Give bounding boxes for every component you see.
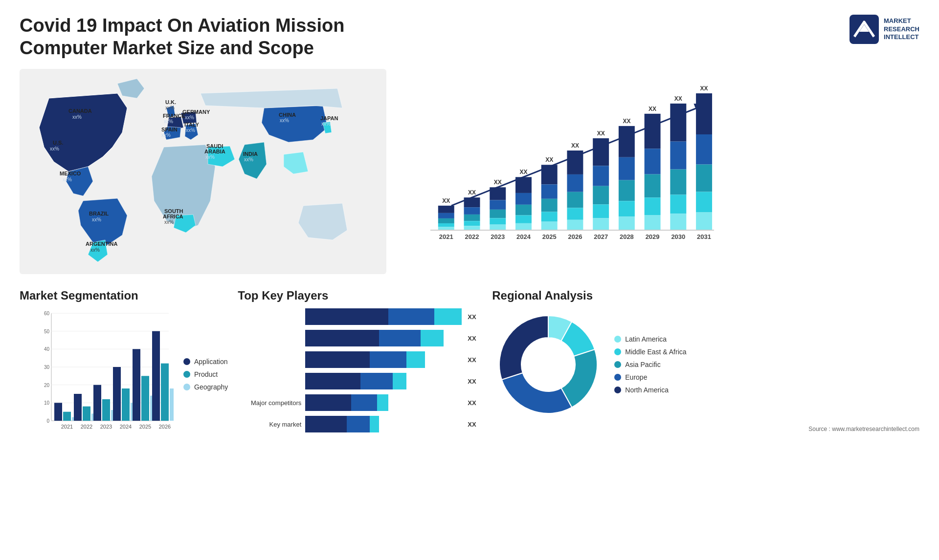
svg-rect-87 [619, 201, 635, 217]
player-bar-inner [305, 308, 464, 325]
svg-text:xx%: xx% [165, 105, 175, 110]
svg-rect-94 [645, 197, 661, 215]
svg-rect-59 [515, 215, 532, 223]
svg-text:60: 60 [44, 311, 50, 316]
svg-text:U.K.: U.K. [165, 99, 176, 105]
svg-rect-92 [645, 149, 661, 174]
page-title: Covid 19 Impact On Aviation Mission Comp… [20, 15, 362, 59]
svg-rect-77 [593, 138, 609, 166]
svg-rect-98 [670, 104, 686, 142]
svg-text:xx%: xx% [164, 119, 173, 124]
player-row: XX [238, 330, 482, 346]
player-segment [360, 373, 393, 389]
logo-container: MARKET RESEARCH INTELLECT [850, 15, 919, 44]
svg-rect-50 [490, 200, 506, 210]
player-segment [305, 416, 347, 432]
player-bar-wrap [305, 330, 464, 346]
svg-text:2026: 2026 [159, 424, 171, 430]
player-segment [351, 394, 377, 411]
regional-legend-label: Middle East & Africa [625, 348, 686, 356]
svg-text:0: 0 [46, 418, 49, 424]
top-section: CANADA xx% U.S. xx% MEXICO xx% BRAZIL xx… [20, 69, 919, 274]
player-segment [406, 351, 425, 368]
svg-rect-71 [567, 174, 583, 192]
player-segment [370, 416, 379, 432]
regional-legend-dot [614, 348, 621, 355]
svg-text:2028: 2028 [620, 233, 634, 240]
svg-text:MEXICO: MEXICO [60, 171, 81, 176]
legend-dot [183, 371, 190, 378]
regional-legend-label: Europe [625, 373, 647, 381]
legend-dot [183, 384, 190, 390]
regional-container: Regional Analysis Latin AmericaMiddle Ea… [492, 289, 919, 437]
svg-text:xx%: xx% [161, 132, 171, 138]
svg-rect-53 [490, 225, 506, 230]
regional-title: Regional Analysis [492, 289, 919, 302]
player-segment [370, 351, 406, 368]
logo-text: MARKET RESEARCH INTELLECT [884, 17, 919, 42]
regional-legend-item: North America [614, 386, 686, 394]
svg-rect-78 [593, 166, 609, 186]
svg-rect-84 [619, 126, 635, 157]
segmentation-container: Market Segmentation 60504030201002021202… [20, 289, 228, 437]
svg-rect-137 [93, 385, 101, 421]
svg-text:XX: XX [571, 142, 579, 149]
regional-legend-item: Middle East & Africa [614, 348, 686, 356]
svg-text:xx%: xx% [280, 118, 289, 123]
bottom-section: Market Segmentation 60504030201002021202… [20, 289, 919, 437]
player-segment [393, 373, 406, 389]
svg-rect-109 [696, 213, 712, 230]
legend-item: Geography [183, 383, 228, 391]
svg-text:XX: XX [674, 95, 682, 102]
legend-label: Geography [194, 383, 228, 391]
svg-rect-80 [593, 205, 609, 218]
svg-rect-150 [161, 364, 169, 421]
svg-text:2023: 2023 [491, 233, 505, 240]
players-title: Top Key Players [238, 289, 482, 302]
svg-text:2021: 2021 [61, 424, 73, 430]
svg-rect-86 [619, 180, 635, 201]
legend-label: Product [194, 370, 218, 378]
svg-rect-51 [490, 210, 506, 218]
svg-text:ITALY: ITALY [184, 122, 200, 128]
svg-rect-93 [645, 174, 661, 198]
player-segment [388, 308, 434, 325]
player-bar-wrap [305, 308, 464, 325]
player-value: XX [468, 313, 482, 321]
svg-text:ARABIA: ARABIA [204, 149, 225, 154]
svg-text:20: 20 [44, 383, 50, 388]
player-value: XX [468, 356, 482, 364]
page-wrapper: Covid 19 Impact On Aviation Mission Comp… [0, 0, 939, 560]
svg-rect-36 [438, 213, 454, 218]
svg-text:CANADA: CANADA [68, 108, 92, 114]
svg-rect-79 [593, 186, 609, 205]
seg-legend: ApplicationProductGeography [183, 353, 228, 391]
svg-text:FRANCE: FRANCE [163, 113, 185, 119]
svg-rect-102 [670, 214, 686, 231]
svg-text:xx%: xx% [72, 114, 82, 120]
svg-rect-91 [645, 114, 661, 149]
svg-rect-37 [438, 218, 454, 223]
map-container: CANADA xx% U.S. xx% MEXICO xx% BRAZIL xx… [20, 69, 386, 274]
svg-text:xx%: xx% [185, 115, 194, 120]
regional-legend-dot [614, 336, 621, 343]
svg-text:xx%: xx% [244, 157, 253, 162]
svg-text:AFRICA: AFRICA [163, 214, 183, 219]
player-bar-inner [305, 373, 464, 389]
regional-legend-dot [614, 374, 621, 381]
svg-rect-72 [567, 192, 583, 208]
regional-legend-item: Asia Pacific [614, 361, 686, 368]
svg-text:XX: XX [442, 197, 450, 204]
legend-item: Product [183, 370, 228, 378]
svg-rect-43 [464, 207, 480, 215]
bar-chart: XX2021XX2022XX2023XX2024XX2025XX2026XX20… [425, 74, 910, 255]
world-map: CANADA xx% U.S. xx% MEXICO xx% BRAZIL xx… [20, 69, 386, 274]
player-row: XX [238, 373, 482, 389]
player-row: Key marketXX [238, 416, 482, 432]
svg-rect-65 [541, 199, 558, 212]
svg-rect-141 [113, 367, 121, 421]
legend-dot [183, 358, 190, 365]
svg-text:2025: 2025 [542, 233, 557, 240]
player-bar-inner [305, 330, 464, 346]
svg-text:GERMANY: GERMANY [182, 109, 210, 115]
